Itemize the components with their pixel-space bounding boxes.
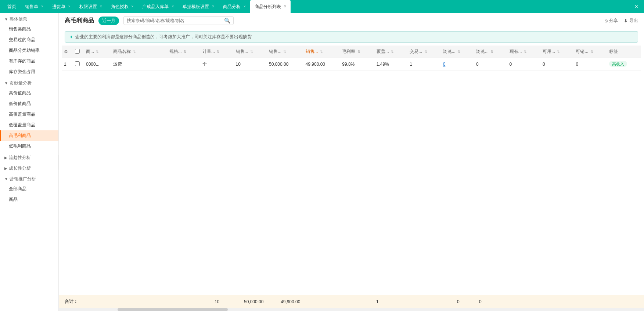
sort-available-stock-icon: ⇅ [557, 50, 560, 54]
sort-name-icon: ⇅ [133, 50, 136, 54]
nav-home[interactable]: 首页 [3, 0, 21, 13]
sort-transaction-icon: ⇅ [424, 50, 427, 54]
col-unit[interactable]: 计量... ⇅ [200, 46, 233, 58]
content-area: 高毛利商品 近一月 🔍 ⎋ 分享 ⬇ 导出 ✦ 企业的主要的利润都是这部分商品创… [59, 13, 644, 311]
time-filter-button[interactable]: 近一月 [98, 17, 119, 25]
sort-unit-icon: ⇅ [217, 50, 220, 54]
sidebar-item-high-value[interactable]: 高价值商品 [0, 88, 58, 98]
cell-checkbox[interactable] [73, 58, 84, 70]
footer-transaction: 1 [374, 299, 396, 304]
footer-empty4 [425, 299, 455, 304]
arrow-marketing-icon: ▼ [4, 177, 8, 181]
cell-view1[interactable]: 0 [441, 58, 474, 70]
share-icon: ⎋ [605, 18, 608, 23]
sidebar-item-high-margin[interactable]: 高毛利商品 [0, 130, 58, 141]
sidebar-item-low-value[interactable]: 低价值商品 [0, 98, 58, 109]
nav-permission-settings[interactable]: 权限设置 × [75, 0, 107, 13]
sidebar-group-contribution[interactable]: ▼ 贡献量分析 [0, 77, 58, 88]
col-spec[interactable]: 规格... ⇅ [167, 46, 200, 58]
sidebar-group-growth[interactable]: ▶ 成长性分析 [0, 162, 58, 173]
col-settings[interactable]: ⚙ [62, 46, 73, 58]
sidebar-item-new-goods[interactable]: 新品 [0, 194, 58, 205]
sidebar-group-overall[interactable]: ▼ 整体信息 [0, 13, 58, 24]
page-title: 高毛利商品 [65, 17, 94, 25]
sidebar-collapse-button[interactable]: « [58, 155, 59, 170]
sidebar-item-sales-goods[interactable]: 销售类商品 [0, 24, 58, 35]
footer-sale-amount: 50,000.00 [242, 299, 278, 304]
sidebar-item-stock-capital[interactable]: 库存资金占用 [0, 66, 58, 77]
nav-product-analysis[interactable]: 商品分析 × [219, 0, 250, 13]
nav-product-analysis-list[interactable]: 商品分析列表 × [250, 0, 291, 13]
col-view2[interactable]: 浏览... ⇅ [474, 46, 507, 58]
close-role-auth-icon[interactable]: × [132, 0, 134, 13]
table-wrapper[interactable]: ⚙ 商... ⇅ 商品名称 ⇅ 规格... [59, 46, 644, 295]
col-transaction[interactable]: 交易... ⇅ [407, 46, 440, 58]
cell-saleable: 0 [573, 58, 607, 70]
table-row: 1 0000... 运费 个 10 50,000.00 49,900.00 99… [62, 58, 641, 70]
sidebar-item-all-goods[interactable]: 全部商品 [0, 184, 58, 194]
main-layout: « ▼ 整体信息 销售类商品 交易过的商品 商品分类助销率 有库存的商品 库存资… [0, 13, 644, 311]
info-banner: ✦ 企业的主要的利润都是这部分商品创造的，可考虑加大推广，同时关注库存是不要出现… [65, 31, 638, 43]
close-template-icon[interactable]: × [212, 0, 214, 13]
table-footer: 合计： 10 50,000.00 49,900.00 1 0 0 [59, 295, 644, 308]
arrow-overall-icon: ▼ [4, 17, 8, 21]
horizontal-scrollbar[interactable] [59, 308, 644, 311]
share-button[interactable]: ⎋ 分享 [605, 18, 618, 24]
close-sales-order-icon[interactable]: × [41, 0, 43, 13]
export-button[interactable]: ⬇ 导出 [624, 18, 638, 24]
close-product-analysis-icon[interactable]: × [244, 0, 246, 13]
arrow-contribution-icon: ▼ [4, 81, 8, 85]
col-code[interactable]: 商... ⇅ [84, 46, 111, 58]
close-permission-icon[interactable]: × [100, 0, 102, 13]
sidebar-item-low-margin[interactable]: 低毛利商品 [0, 141, 58, 152]
sidebar-group-trend[interactable]: ▶ 流趋性分析 [0, 152, 58, 162]
col-name[interactable]: 商品名称 ⇅ [111, 46, 167, 58]
col-available-stock[interactable]: 可用... ⇅ [540, 46, 573, 58]
col-coverage[interactable]: 覆盖... ⇅ [374, 46, 407, 58]
sort-coverage-icon: ⇅ [391, 50, 394, 54]
nav-product-inbound[interactable]: 产成品入库单 × [138, 0, 178, 13]
sort-code-icon: ⇅ [96, 50, 99, 54]
col-saleable[interactable]: 可销... ⇅ [573, 46, 607, 58]
col-view1[interactable]: 浏览... ⇅ [441, 46, 474, 58]
close-purchase-order-icon[interactable]: × [68, 0, 71, 13]
sidebar: « ▼ 整体信息 销售类商品 交易过的商品 商品分类助销率 有库存的商品 库存资… [0, 13, 59, 311]
cell-index: 1 [62, 58, 73, 70]
top-navigation: 首页 销售单 × 进货单 × 权限设置 × 角色授权 × 产成品入库单 × 单据… [0, 0, 644, 13]
search-input[interactable] [127, 18, 224, 23]
sidebar-item-category-assist[interactable]: 商品分类助销率 [0, 45, 58, 56]
cell-unit: 个 [200, 58, 233, 70]
cell-code: 0000... [84, 58, 111, 70]
row-checkbox[interactable] [75, 61, 80, 66]
footer-empty1 [315, 299, 345, 304]
select-all-checkbox[interactable] [75, 49, 80, 54]
sidebar-item-low-coverage[interactable]: 低覆盖量商品 [0, 120, 58, 130]
info-icon: ✦ [69, 35, 73, 40]
cell-sale-cost: 49,900.00 [303, 58, 340, 70]
nav-sales-order[interactable]: 销售单 × [21, 0, 48, 13]
nav-role-auth[interactable]: 角色授权 × [107, 0, 138, 13]
col-sale-amount[interactable]: 销售... ⇅ [267, 46, 303, 58]
sort-sale-qty-icon: ⇅ [250, 50, 253, 54]
scrollbar-thumb[interactable] [118, 308, 228, 311]
close-all-tabs-button[interactable]: × [632, 3, 641, 10]
close-product-analysis-list-icon[interactable]: × [284, 0, 286, 13]
footer-sale-cost: 49,900.00 [278, 299, 315, 304]
col-sale-cost[interactable]: 销售... ⇅ [303, 46, 340, 58]
nav-purchase-order[interactable]: 进货单 × [48, 0, 75, 13]
sidebar-group-marketing[interactable]: ▼ 营销推广分析 [0, 173, 58, 184]
sidebar-item-in-stock-goods[interactable]: 有库存的商品 [0, 56, 58, 66]
sidebar-item-traded-goods[interactable]: 交易过的商品 [0, 35, 58, 45]
sort-gross-margin-icon: ⇅ [357, 50, 360, 54]
col-sale-qty[interactable]: 销售... ⇅ [234, 46, 267, 58]
close-product-inbound-icon[interactable]: × [172, 0, 174, 13]
col-gross-margin[interactable]: 毛利率 ⇅ [340, 46, 374, 58]
nav-template-settings[interactable]: 单据模板设置 × [178, 0, 219, 13]
col-current-stock[interactable]: 现有... ⇅ [507, 46, 540, 58]
sidebar-item-high-coverage[interactable]: 高覆盖量商品 [0, 109, 58, 120]
search-icon[interactable]: 🔍 [224, 18, 230, 23]
table-header-row: ⚙ 商... ⇅ 商品名称 ⇅ 规格... [62, 46, 641, 58]
sort-view1-icon: ⇅ [457, 50, 460, 54]
col-checkbox [73, 46, 84, 58]
footer-empty2 [345, 299, 374, 304]
